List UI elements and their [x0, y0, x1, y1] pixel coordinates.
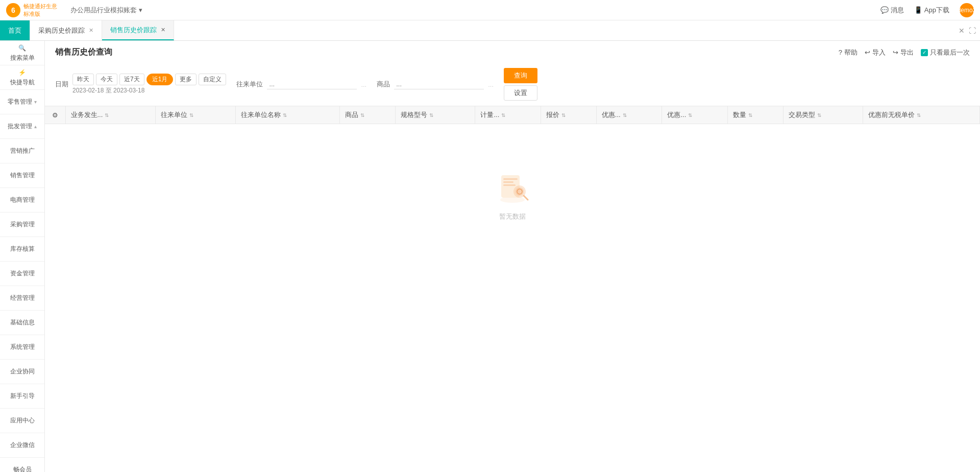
date-buttons: 昨天 今天 近7天 近1月 更多 自定义: [72, 74, 226, 85]
sidebar-item-system[interactable]: 系统管理: [0, 335, 44, 360]
empty-state-icon: [492, 165, 533, 206]
col-settings[interactable]: ⚙: [45, 106, 65, 124]
app-selector[interactable]: 办公用品行业模拟账套 ▾: [70, 6, 142, 15]
date-btn-today[interactable]: 今天: [96, 74, 117, 85]
partner-label: 往来单位: [236, 80, 263, 89]
sort-icon: ⇅: [429, 112, 433, 118]
col-discount2[interactable]: 优惠... ⇅: [662, 106, 728, 124]
sort-icon: ⇅: [817, 112, 821, 118]
message-icon: 💬: [880, 6, 889, 14]
sidebar-item-wholesale[interactable]: 批发管理 ▴: [0, 114, 44, 139]
chevron-down-icon: ▾: [139, 6, 142, 14]
col-spec[interactable]: 规格型号 ⇅: [395, 106, 475, 124]
partner-dots-icon: ...: [361, 81, 366, 88]
sidebar-item-member[interactable]: 畅会员: [0, 458, 44, 472]
sidebar-item-sales-mgmt[interactable]: 销售管理: [0, 163, 44, 188]
logo-text: 畅捷通好生意 标准版: [23, 3, 57, 17]
page-header: 销售历史价查询 ? 帮助 ↩ 导入 ↪ 导出 ✓: [45, 41, 980, 106]
sidebar-item-purchase[interactable]: 采购管理: [0, 213, 44, 237]
date-btn-custom[interactable]: 自定义: [199, 74, 226, 85]
col-pre-tax-price[interactable]: 优惠前无税单价 ⇅: [863, 106, 980, 124]
query-button[interactable]: 查询: [504, 68, 537, 83]
main-layout: 🔍 搜索菜单 ⚡ 快捷导航 零售管理 ▾ 批发管理 ▴ 营销推广 销售管理 电商…: [0, 41, 980, 472]
sidebar-item-shortcut[interactable]: ⚡ 快捷导航: [0, 65, 44, 90]
action-buttons: 查询 设置: [504, 68, 537, 101]
sidebar-item-retail[interactable]: 零售管理 ▾: [0, 90, 44, 114]
col-trade-type[interactable]: 交易类型 ⇅: [783, 106, 863, 124]
chevron-up-icon: ▴: [34, 123, 37, 130]
col-partner-code[interactable]: 往来单位 ⇅: [156, 106, 236, 124]
top-header: 6 畅捷通好生意 标准版 办公用品行业模拟账套 ▾ 💬 消息 📱 App下载 d…: [0, 0, 980, 20]
sort-icon: ⇅: [105, 112, 109, 118]
tab-close-all-icon[interactable]: ✕: [959, 27, 965, 35]
sidebar-item-finance[interactable]: 资金管理: [0, 262, 44, 286]
svg-rect-2: [503, 178, 518, 180]
partner-input[interactable]: [267, 79, 357, 89]
col-quantity[interactable]: 数量 ⇅: [728, 106, 783, 124]
date-btn-1month[interactable]: 近1月: [146, 74, 174, 85]
date-btn-more[interactable]: 更多: [175, 74, 197, 85]
tab-sales-label: 销售历史价跟踪: [110, 26, 157, 35]
sidebar-item-operations[interactable]: 经营管理: [0, 286, 44, 311]
tab-purchase[interactable]: 采购历史价跟踪 ✕: [30, 20, 102, 40]
header-left: 6 畅捷通好生意 标准版 办公用品行业模拟账套 ▾: [6, 3, 142, 17]
only-last-checkbox[interactable]: ✓ 只看最后一次: [921, 48, 970, 57]
goods-label: 商品: [377, 80, 390, 89]
col-quote[interactable]: 报价 ⇅: [541, 106, 597, 124]
tab-maximize-icon[interactable]: ⛶: [969, 27, 976, 35]
import-action[interactable]: ↩ 导入: [865, 48, 886, 57]
settings-button[interactable]: 设置: [504, 85, 537, 101]
sidebar-item-marketing[interactable]: 营销推广: [0, 139, 44, 163]
sort-icon: ⇅: [189, 112, 193, 118]
avatar: demo2: [960, 3, 974, 17]
help-action[interactable]: ? 帮助: [839, 48, 857, 57]
checkbox-checked-icon: ✓: [921, 49, 928, 56]
page-title: 销售历史价查询: [55, 47, 112, 58]
sort-icon: ⇅: [688, 112, 692, 118]
date-btn-yesterday[interactable]: 昨天: [72, 74, 94, 85]
date-options-wrap: 昨天 今天 近7天 近1月 更多 自定义 2023-02-18 至 2023-0…: [72, 74, 226, 95]
col-goods[interactable]: 商品 ⇅: [340, 106, 396, 124]
col-partner-name[interactable]: 往来单位名称 ⇅: [235, 106, 340, 124]
sidebar-item-search[interactable]: 🔍 搜索菜单: [0, 41, 44, 65]
date-filter-group: 日期 昨天 今天 近7天 近1月 更多 自定义 2023-02-18 至 202…: [55, 74, 226, 95]
sidebar-item-enterprise[interactable]: 企业协同: [0, 360, 44, 384]
goods-dots-icon: ...: [488, 81, 494, 88]
tab-home-label: 首页: [8, 26, 21, 35]
sidebar-item-guide[interactable]: 新手引导: [0, 384, 44, 409]
sidebar-item-ecommerce[interactable]: 电商管理: [0, 188, 44, 213]
sort-icon: ⇅: [748, 112, 752, 118]
search-icon: 🔍: [18, 44, 26, 53]
sidebar-item-wechat[interactable]: 企业微信: [0, 433, 44, 458]
chevron-down-icon: ▾: [34, 99, 37, 106]
content-area: 销售历史价查询 ? 帮助 ↩ 导入 ↪ 导出 ✓: [45, 41, 980, 472]
tab-home[interactable]: 首页: [0, 20, 30, 40]
tab-sales[interactable]: 销售历史价跟踪 ✕: [102, 20, 174, 40]
import-icon: ↩: [865, 49, 870, 56]
data-table: ⚙ 业务发生... ⇅ 往来单位 ⇅: [45, 106, 980, 124]
app-logo-icon: 6: [6, 3, 20, 17]
sidebar-item-basic-info[interactable]: 基础信息: [0, 311, 44, 335]
empty-text: 暂无数据: [499, 212, 526, 221]
user-action[interactable]: demo2: [960, 3, 974, 17]
sidebar-item-inventory[interactable]: 库存核算: [0, 237, 44, 262]
tab-sales-close[interactable]: ✕: [161, 27, 165, 33]
sidebar-item-app-center[interactable]: 应用中心: [0, 409, 44, 433]
logo-area: 6 畅捷通好生意 标准版: [6, 3, 57, 17]
col-unit[interactable]: 计量... ⇅: [475, 106, 541, 124]
table-header-row: ⚙ 业务发生... ⇅ 往来单位 ⇅: [45, 106, 980, 124]
header-right: 💬 消息 📱 App下载 demo2: [880, 3, 974, 17]
col-biz-date[interactable]: 业务发生... ⇅: [65, 106, 156, 124]
date-range-text: 2023-02-18 至 2023-03-18: [72, 86, 226, 95]
download-action[interactable]: 📱 App下载: [914, 6, 949, 15]
date-btn-7days[interactable]: 近7天: [119, 74, 144, 85]
export-action[interactable]: ↪ 导出: [893, 48, 914, 57]
tab-bar: 首页 采购历史价跟踪 ✕ 销售历史价跟踪 ✕ ✕ ⛶: [0, 20, 980, 41]
sort-icon: ⇅: [501, 112, 505, 118]
sort-icon: ⇅: [360, 112, 364, 118]
col-discount1[interactable]: 优惠... ⇅: [596, 106, 662, 124]
goods-input[interactable]: [394, 79, 484, 89]
export-icon: ↪: [893, 49, 898, 56]
message-action[interactable]: 💬 消息: [880, 6, 904, 15]
tab-purchase-close[interactable]: ✕: [89, 27, 93, 34]
